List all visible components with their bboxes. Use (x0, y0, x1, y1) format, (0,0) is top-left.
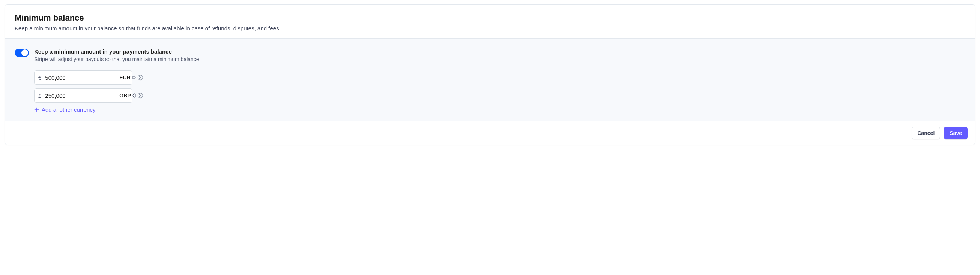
currency-input-wrap: € EUR (34, 70, 132, 85)
chevron-updown-icon (132, 75, 136, 80)
toggle-title: Keep a minimum amount in your payments b… (34, 48, 201, 55)
toggle-knob (21, 49, 28, 56)
cancel-button[interactable]: Cancel (912, 126, 940, 139)
currency-input-wrap: £ GBP (34, 89, 132, 103)
close-circle-icon (137, 93, 143, 98)
toggle-row: Keep a minimum amount in your payments b… (14, 48, 966, 62)
toggle-subtitle: Stripe will adjust your payouts so that … (34, 56, 201, 62)
close-circle-icon (137, 74, 143, 81)
currency-code-label: EUR (119, 74, 130, 81)
remove-currency-button[interactable] (137, 74, 144, 81)
save-button[interactable]: Save (944, 126, 967, 139)
currency-rows: € EUR (34, 70, 966, 103)
plus-icon (34, 107, 40, 112)
currency-symbol: £ (38, 93, 41, 99)
add-currency-label: Add another currency (41, 106, 95, 113)
remove-currency-button[interactable] (137, 92, 144, 99)
card-subtitle: Keep a minimum amount in your balance so… (14, 25, 966, 32)
currency-row-gbp: £ GBP (34, 89, 966, 103)
card-footer: Cancel Save (5, 122, 975, 145)
currency-amount-input[interactable] (45, 93, 116, 99)
currency-symbol: € (38, 74, 41, 81)
currency-code-select[interactable]: EUR (116, 74, 136, 81)
currency-code-label: GBP (119, 93, 130, 98)
currency-amount-input[interactable] (45, 74, 116, 81)
minimum-balance-card: Minimum balance Keep a minimum amount in… (5, 5, 975, 145)
add-currency-button[interactable]: Add another currency (34, 106, 95, 113)
currency-code-select[interactable]: GBP (116, 93, 136, 98)
card-body: Keep a minimum amount in your payments b… (5, 38, 975, 122)
card-header: Minimum balance Keep a minimum amount in… (5, 5, 975, 38)
chevron-updown-icon (132, 93, 136, 98)
toggle-text: Keep a minimum amount in your payments b… (34, 48, 201, 62)
minimum-balance-toggle[interactable] (14, 49, 29, 57)
card-title: Minimum balance (14, 13, 966, 23)
currency-row-eur: € EUR (34, 70, 966, 85)
